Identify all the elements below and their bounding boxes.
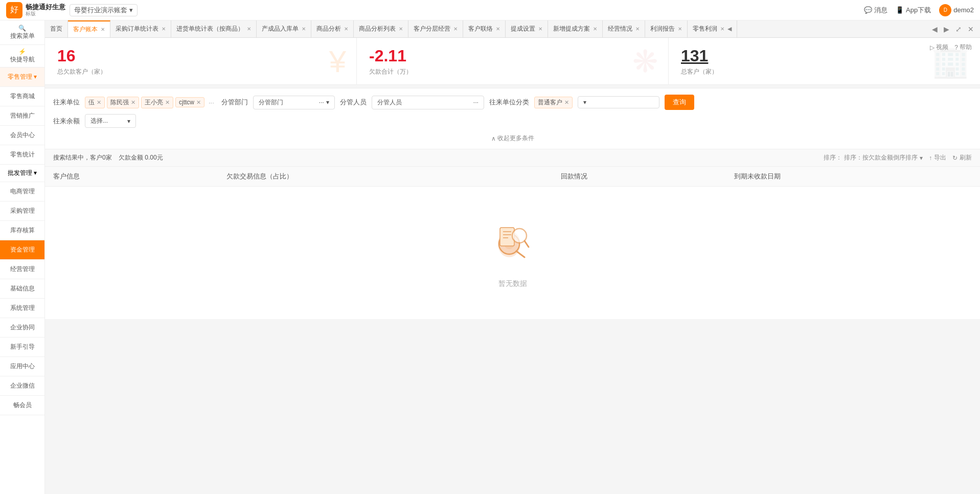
sidebar-item-batch-mgmt[interactable]: 批发管理 ▾ <box>0 165 44 182</box>
remove-wang-btn[interactable]: ✕ <box>165 99 170 106</box>
search-icon: 🔍 <box>18 25 26 32</box>
sidebar-item-system[interactable]: 系统管理 <box>0 299 44 318</box>
sidebar-item-purchase[interactable]: 采购管理 <box>0 201 44 221</box>
dept-filter-label: 分管部门 <box>221 98 248 107</box>
stat-card-debt: ❋ -2.11 欠款合计（万） <box>357 38 669 84</box>
sidebar-item-ops[interactable]: 经营管理 <box>0 260 44 279</box>
tab-customer-segment-label: 客户分层经营 <box>414 25 450 33</box>
tab-close-icon[interactable]: ✕ <box>496 26 500 32</box>
dept-more-icon: ··· <box>319 99 324 106</box>
sidebar-quick-nav[interactable]: ⚡ 快捷导航 <box>0 45 44 68</box>
balance-select[interactable]: 选择... ▾ <box>85 114 136 128</box>
remove-wu-btn[interactable]: ✕ <box>97 99 101 106</box>
sidebar: 🔍 搜索菜单 ⚡ 快捷导航 零售管理 ▾ 零售商城 营销推广 会员中心 零售统计… <box>0 20 45 494</box>
tab-ops-status[interactable]: 经营情况 ✕ <box>603 20 645 38</box>
filter-tag-chen: 陈民强 ✕ <box>107 97 139 108</box>
ops-label: 经营管理 <box>10 265 35 273</box>
retail-mgmt-label: 零售管理 ▾ <box>8 73 37 80</box>
remove-chen-btn[interactable]: ✕ <box>131 99 135 106</box>
message-btn[interactable]: 💬 消息 <box>864 6 887 15</box>
store-name: 母婴行业演示账套 <box>74 6 127 15</box>
col-repayment: 回款情况 <box>553 167 726 187</box>
tab-new-plan[interactable]: 新增提成方案 ✕ <box>548 20 603 38</box>
data-table: 客户信息 欠款交易信息（占比） 回款情况 到期未收款日期 <box>45 167 980 320</box>
remove-normal-customer-btn[interactable]: ✕ <box>564 99 569 106</box>
sidebar-item-retail-shop[interactable]: 零售商城 <box>0 87 44 106</box>
logo-subtext: 标版 <box>26 11 65 16</box>
tab-purchase-stat-product[interactable]: 进货单统计表（按商品） ✕ <box>171 20 257 38</box>
more-units-btn[interactable]: ··· <box>207 98 216 107</box>
remove-cjttcw-btn[interactable]: ✕ <box>196 99 201 106</box>
sidebar-item-app-center[interactable]: 应用中心 <box>0 357 44 376</box>
sidebar-item-retail-stat[interactable]: 零售统计 <box>0 145 44 165</box>
sidebar-item-finance[interactable]: 资金管理 <box>0 240 44 260</box>
sidebar-item-member[interactable]: 会员中心 <box>0 126 44 145</box>
tab-close-all[interactable]: ✕ <box>966 24 976 34</box>
export-icon: ↑ <box>929 154 932 162</box>
tab-purchase-order-stat[interactable]: 采购订单统计表 ✕ <box>110 20 171 38</box>
refresh-btn[interactable]: ↻ 刷新 <box>952 153 972 162</box>
tab-close-icon[interactable]: ✕ <box>720 26 724 32</box>
sidebar-item-enterprise[interactable]: 企业协同 <box>0 318 44 338</box>
tab-new-plan-label: 新增提成方案 <box>553 25 590 33</box>
tab-customer-account[interactable]: 客户账本 ✕ <box>68 20 110 38</box>
col-debt-info: 欠款交易信息（占比） <box>218 167 553 187</box>
filter-row-2: 往来余额 选择... ▾ <box>53 114 972 128</box>
sidebar-item-new-guide[interactable]: 新手引导 <box>0 338 44 357</box>
tab-product-analysis-list[interactable]: 商品分析列表 ✕ <box>354 20 408 38</box>
unit-type-select[interactable]: ▾ <box>578 96 659 108</box>
sidebar-item-enterprise-wx[interactable]: 企业微信 <box>0 376 44 396</box>
tab-customer-contact[interactable]: 客户联络 ✕ <box>463 20 506 38</box>
sidebar-search[interactable]: 🔍 搜索菜单 <box>0 20 44 45</box>
tab-product-analysis-list-label: 商品分析列表 <box>359 25 396 33</box>
sidebar-item-marketing[interactable]: 营销推广 <box>0 106 44 126</box>
tab-close-icon[interactable]: ✕ <box>538 26 542 32</box>
table-header: 客户信息 欠款交易信息（占比） 回款情况 到期未收款日期 <box>45 167 980 187</box>
col-customer-info: 客户信息 <box>45 167 218 187</box>
tab-close-icon[interactable]: ✕ <box>344 26 348 32</box>
table-body: 暂无数据 <box>45 187 980 320</box>
tab-close-icon[interactable]: ✕ <box>678 26 682 32</box>
tab-close-icon[interactable]: ✕ <box>302 26 306 32</box>
app-download-btn[interactable]: 📱 App下载 <box>896 6 931 15</box>
tab-prompt-settings[interactable]: 提成设置 ✕ <box>506 20 548 38</box>
tab-profit-report[interactable]: 利润报告 ✕ <box>645 20 688 38</box>
refresh-label: 刷新 <box>960 153 972 162</box>
tab-maximize[interactable]: ⤢ <box>953 24 964 34</box>
filter-tag-normal-customer: 普通客户 ✕ <box>534 97 573 108</box>
sidebar-item-basic[interactable]: 基础信息 <box>0 279 44 299</box>
tab-close-icon[interactable]: ✕ <box>453 26 458 32</box>
tab-close-icon[interactable]: ✕ <box>399 26 403 32</box>
tab-close-icon[interactable]: ✕ <box>162 26 166 32</box>
result-text: 搜索结果中，客户0家 <box>53 154 112 161</box>
tab-home[interactable]: 首页 <box>45 20 68 38</box>
store-selector[interactable]: 母婴行业演示账套 ▾ <box>70 4 138 16</box>
sidebar-item-vip[interactable]: 畅会员 <box>0 396 44 415</box>
tab-customer-segment[interactable]: 客户分层经营 ✕ <box>408 20 463 38</box>
collapse-btn[interactable]: ∧ 收起更多条件 <box>491 134 534 143</box>
enterprise-label: 企业协同 <box>10 324 35 331</box>
person-select[interactable]: 分管人员 ··· <box>372 96 484 109</box>
tab-nav-right[interactable]: ▶ <box>942 24 951 34</box>
dept-select[interactable]: 分管部门 ··· ▾ <box>253 96 335 109</box>
tab-product-inbound[interactable]: 产成品入库单 ✕ <box>257 20 311 38</box>
export-btn[interactable]: ↑ 导出 <box>929 153 946 162</box>
search-label: 搜索菜单 <box>10 32 35 39</box>
sidebar-item-retail-mgmt[interactable]: 零售管理 ▾ <box>0 68 44 87</box>
sidebar-item-ecommerce[interactable]: 电商管理 <box>0 182 44 201</box>
tab-nav-left[interactable]: ◀ <box>930 24 940 34</box>
result-bar-right: 排序： 排序：按欠款金额倒序排序 ▾ ↑ 导出 ↻ 刷新 <box>824 153 972 162</box>
vip-label: 畅会员 <box>13 401 32 409</box>
tab-retail-profit[interactable]: 零售利润 ✕ ◀ <box>688 20 737 38</box>
filter-area: 往来单位 伍 ✕ 陈民强 ✕ 王小亮 ✕ <box>45 88 980 149</box>
tab-close-icon[interactable]: ✕ <box>247 26 251 32</box>
content-area: 首页 客户账本 ✕ 采购订单统计表 ✕ 进货单统计表（按商品） ✕ 产成品入库单… <box>45 20 980 494</box>
sidebar-item-inventory[interactable]: 库存核算 <box>0 221 44 240</box>
tab-product-analysis[interactable]: 商品分析 ✕ <box>311 20 354 38</box>
tab-close-icon[interactable]: ✕ <box>101 27 105 32</box>
tab-close-icon[interactable]: ✕ <box>593 26 597 32</box>
query-button[interactable]: 查询 <box>665 95 694 110</box>
user-avatar-btn[interactable]: D demo2 <box>939 4 974 16</box>
sort-select[interactable]: 排序： 排序：按欠款金额倒序排序 ▾ <box>824 153 923 162</box>
tab-close-icon[interactable]: ✕ <box>635 26 640 32</box>
